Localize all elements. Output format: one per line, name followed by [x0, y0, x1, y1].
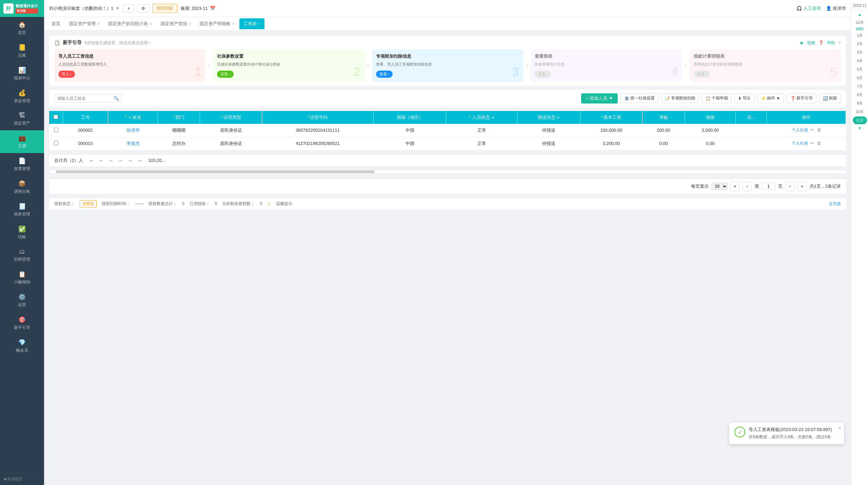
version-toggle-btn[interactable]: 切到旧版 [152, 4, 177, 13]
sidebar-item-ledger[interactable]: 📒 总账 [0, 40, 44, 62]
month-1[interactable]: 1月 [853, 32, 867, 39]
horizontal-scrollbar[interactable] [49, 170, 846, 173]
personal-social-link[interactable]: 个人社保 [792, 128, 808, 132]
sidebar-item-expense-report[interactable]: 📋 小畅报销 [0, 266, 44, 289]
sidebar-item-fixed-assets[interactable]: 🏗 固定资产 [0, 108, 44, 130]
search-icon[interactable]: 🔍 [114, 96, 119, 101]
sidebar-item-archive[interactable]: 🗂 归档管理 [0, 244, 44, 266]
tab-payroll-label: 工资表 [243, 21, 257, 27]
tab-asset-detail-close[interactable]: × [232, 22, 234, 26]
guide-step-4: 查看报表 快速查看统计信息 查看 › 4 [531, 49, 682, 82]
sidebar-item-settings[interactable]: ⚙️ 设置 [0, 289, 44, 312]
operations-btn[interactable]: ⚡ 操作 ▼ [757, 93, 784, 103]
first-page-btn[interactable]: « [730, 182, 740, 191]
tab-asset-detail[interactable]: 固定资产明细账 × [196, 18, 238, 29]
month-6[interactable]: 6月 [853, 74, 867, 82]
guide-actions: ▶ 视频 ❓ 帮助 × [801, 40, 841, 46]
tab-fixed-assets-close[interactable]: × [97, 22, 99, 26]
month-3[interactable]: 3月 [853, 49, 867, 56]
guide-step-5-btn[interactable]: 查看 › [694, 71, 710, 78]
service-btn[interactable]: 🎧 人工咨询 [796, 5, 821, 12]
account-selector[interactable]: 刘小艳演示账套（勿删勿动！）1 ▼ [49, 5, 120, 12]
page-label: 第 [755, 183, 759, 189]
sidebar-item-inventory[interactable]: 📦 进销台账 [0, 176, 44, 199]
per-page-select[interactable]: 10 20 50 [711, 183, 728, 190]
edit-icon[interactable]: ✏ [810, 127, 814, 132]
sidebar-item-close[interactable]: ✅ 结账 [0, 221, 44, 244]
sidebar-item-reports[interactable]: 📊 报表中心 [0, 62, 44, 85]
next-page-btn[interactable]: › [785, 182, 795, 191]
month-8[interactable]: 8月 [853, 91, 867, 99]
page-number-input[interactable] [762, 183, 775, 190]
deduction-btn[interactable]: 📝 专项附加扣除 [661, 93, 699, 103]
guide-help-label[interactable]: 帮助 [827, 40, 835, 46]
row-checkbox[interactable] [54, 128, 58, 132]
auth-status-value[interactable]: 未授权 [80, 200, 97, 207]
row-check[interactable] [49, 137, 63, 150]
month-12[interactable]: 12月 [853, 19, 867, 26]
guide-close-icon[interactable]: × [839, 40, 841, 45]
tax-report-btn[interactable]: 📋 个税申报 [702, 93, 732, 103]
delete-icon[interactable]: 🗑 [817, 127, 821, 132]
guide-step-1-btn[interactable]: 导入 › [58, 71, 75, 78]
calendar-up-arrow[interactable]: ▲ [856, 11, 863, 18]
sidebar-item-funds[interactable]: 💰 资金管理 [0, 85, 44, 108]
sidebar-item-payroll[interactable]: 💼 工资 [0, 130, 44, 153]
search-input[interactable] [57, 96, 112, 101]
search-wrap[interactable]: 🔍 [54, 94, 122, 102]
sidebar-item-new-guide[interactable]: 🎯 新手引导 [0, 312, 44, 335]
month-4[interactable]: 4月 [853, 57, 867, 65]
month-11[interactable]: 11月 [853, 116, 867, 124]
social-security-btn[interactable]: 🏦 统一社保设置 [620, 93, 658, 103]
cancel-fixed-btn[interactable]: ◀ 取消固定 [0, 473, 44, 485]
edit-icon[interactable]: ✏ [810, 141, 814, 146]
row-operation: 个人社保 ✏ 🗑 [767, 137, 846, 150]
recharge-link[interactable]: 去充值 [829, 201, 841, 207]
row-checkbox[interactable] [54, 141, 58, 145]
report-status-filter-icon[interactable]: ▼ [556, 116, 560, 119]
tab-home[interactable]: 首页 [47, 18, 64, 29]
status-filter-icon[interactable]: ▼ [491, 116, 495, 119]
personal-social-link[interactable]: 个人社保 [792, 141, 808, 146]
tab-payroll[interactable]: 工资表 × [239, 18, 264, 29]
guide-step-4-btn[interactable]: 查看 › [535, 71, 551, 78]
month-7[interactable]: 7月 [853, 82, 867, 90]
toast-close-btn[interactable]: × [839, 425, 841, 431]
prev-page-btn[interactable]: ‹ [743, 182, 752, 191]
export-btn[interactable]: ⬇ 导出 [734, 93, 754, 103]
tab-asset-category-close[interactable]: × [189, 22, 191, 26]
guide-video-label[interactable]: 视频 [807, 40, 815, 46]
guide-banner-title: 📋 新手引导 5步快速完成设置，快去完善信息吧～ [54, 40, 152, 46]
settings-btn[interactable]: ⚙ [137, 4, 150, 13]
add-account-btn[interactable]: + [123, 4, 134, 13]
employee-name-link[interactable]: 李俊杰 [126, 141, 140, 146]
add-employee-btn[interactable]: + 添加人员 ▼ [581, 93, 618, 104]
refresh-btn[interactable]: 🔄 刷新 [819, 93, 841, 103]
sidebar-item-expenses[interactable]: 📄 发票管理 [0, 153, 44, 176]
per-page-label: 每页显示 [691, 183, 709, 189]
guide-help-btn[interactable]: ❓ 新手引导 [787, 93, 816, 103]
sidebar-item-tax[interactable]: 🧾 税务管理 [0, 199, 44, 221]
remain-label: 当前剩余授权数： [222, 201, 255, 207]
tab-fixed-assets[interactable]: 固定资产管理 × [65, 18, 103, 29]
month-10[interactable]: 10月 [853, 108, 867, 116]
employee-name-link[interactable]: 徐泽华 [126, 128, 140, 133]
row-check[interactable] [49, 124, 63, 137]
guide-step-2-btn[interactable]: 设置 › [217, 71, 234, 78]
tab-asset-category[interactable]: 固定资产类别 × [157, 18, 195, 29]
month-9[interactable]: 9月 [853, 99, 867, 107]
tab-depreciation-close[interactable]: × [150, 22, 152, 26]
user-menu[interactable]: 👤 徐泽华 [826, 5, 846, 12]
month-5[interactable]: 5月 [853, 66, 867, 73]
select-all-checkbox[interactable] [54, 115, 58, 119]
month-2[interactable]: 2月 [853, 40, 867, 48]
tab-payroll-close[interactable]: × [258, 22, 260, 26]
last-page-btn[interactable]: » [797, 182, 807, 191]
guide-step-3-btn[interactable]: 查看 › [376, 71, 393, 78]
calendar-down-arrow[interactable]: ▼ [856, 125, 863, 132]
sidebar-item-member[interactable]: 💎 畅会员 [0, 335, 44, 357]
sidebar-item-home[interactable]: 🏠 首页 [0, 17, 44, 40]
deduction-label: 专项附加扣除 [671, 95, 695, 101]
delete-icon[interactable]: 🗑 [817, 141, 821, 146]
tab-depreciation[interactable]: 固定资产折旧统计表 × [104, 18, 156, 29]
